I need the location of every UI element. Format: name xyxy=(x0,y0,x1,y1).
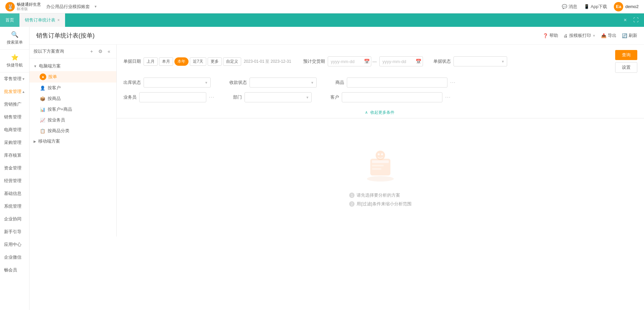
sidebar-item-wholesale[interactable]: 批发管理 ▲ xyxy=(0,85,29,98)
message-icon: 💬 xyxy=(562,4,567,9)
receipt-status-group: 收款状态 ▼ xyxy=(229,78,317,88)
tab-bar-actions: × ⛶ xyxy=(617,13,644,27)
goods-label: 商品 xyxy=(335,80,344,86)
tab-bar: 首页 销售订单统计表 × × ⛶ xyxy=(0,13,644,27)
salesperson-input[interactable] xyxy=(139,92,206,102)
sidebar-item-purchase[interactable]: 采购管理 xyxy=(0,136,29,149)
sidebar-item-operations[interactable]: 经营管理 xyxy=(0,174,29,187)
dept-select[interactable] xyxy=(245,92,312,102)
print-button[interactable]: 🖨 按模板打印 ▼ xyxy=(564,33,596,39)
wholesale-arrow-icon: ▲ xyxy=(22,90,25,94)
tab-close-window-button[interactable]: × xyxy=(621,16,629,24)
scheme-by-salesperson[interactable]: 📈 按业务员 xyxy=(30,115,116,125)
salesperson-icon: 📈 xyxy=(40,117,46,123)
message-button[interactable]: 💬 消息 xyxy=(562,4,577,10)
ship-status-select[interactable] xyxy=(144,78,211,88)
sidebar-item-corp[interactable]: 企业协同 xyxy=(0,213,29,225)
tab-fullscreen-button[interactable]: ⛶ xyxy=(632,16,640,24)
mobile-group-label: 移动端方案 xyxy=(38,138,60,144)
query-button[interactable]: 查询 xyxy=(615,50,637,60)
sidebar-item-basic[interactable]: 基础信息 xyxy=(0,187,29,200)
scheme-panel-header: 按以下方案查询 + ⚙ « xyxy=(30,45,116,58)
sidebar-item-member[interactable]: 畅会员 xyxy=(0,264,29,276)
goods-more-icon[interactable]: ··· xyxy=(450,80,455,86)
page-content: 销售订单统计表(按单) ❓ 帮助 🖨 按模板打印 ▼ 📥 导出 xyxy=(30,27,644,310)
sidebar-item-apps[interactable]: 应用中心 xyxy=(0,238,29,251)
scheme-by-category[interactable]: 📋 按商品分类 xyxy=(30,125,116,136)
sidebar-item-finance[interactable]: 资金管理 xyxy=(0,162,29,174)
expected-delivery-group: 预计交货期 📅 — 📅 xyxy=(303,56,421,66)
tab-sales-order-stats[interactable]: 销售订单统计表 × xyxy=(19,13,65,27)
app-download-button[interactable]: 📱 App下载 xyxy=(584,4,607,10)
date-btn-custom[interactable]: 自定义 xyxy=(223,57,241,66)
date-btn-this-month[interactable]: 本月 xyxy=(159,57,173,66)
scheme-add-button[interactable]: + xyxy=(88,48,95,55)
pc-group-label: 电脑端方案 xyxy=(39,63,61,69)
filter-row-1: 单据日期 上月 本月 本年 近7天 更多 自定义 2023-01-01 至 20… xyxy=(123,50,637,73)
top-bar: 🐰 畅捷通好生意 标准版 办公用品行业模拟账套 ▼ 💬 消息 📱 App下载 E… xyxy=(0,0,644,13)
date-btn-more[interactable]: 更多 xyxy=(208,57,222,66)
date-from-input[interactable] xyxy=(328,56,371,66)
collapse-bar[interactable]: ∧ 收起更多条件 xyxy=(123,107,637,118)
top-bar-left: 🐰 畅捷通好生意 标准版 办公用品行业模拟账套 ▼ xyxy=(5,2,97,11)
sidebar-item-quicknav[interactable]: ⭐ 快捷导航 xyxy=(0,50,29,72)
export-button[interactable]: 📥 导出 xyxy=(601,33,616,39)
scheme-settings-button[interactable]: ⚙ xyxy=(97,48,104,55)
retail-arrow-icon: ▼ xyxy=(22,77,25,81)
system-title-dropdown-icon[interactable]: ▼ xyxy=(94,5,97,8)
scheme-tree: ▼ 电脑端方案 ● 按单 👤 按客户 xyxy=(30,58,116,149)
scheme-by-product[interactable]: 📦 按商品 xyxy=(30,93,116,104)
help-icon: ❓ xyxy=(543,33,548,38)
user-area[interactable]: Ea demo2 xyxy=(614,2,639,11)
refresh-icon: 🔄 xyxy=(622,33,627,38)
top-bar-right: 💬 消息 📱 App下载 Ea demo2 xyxy=(562,2,639,11)
goods-group: 商品 ··· xyxy=(335,78,455,88)
sidebar-item-marketing[interactable]: 营销推广 xyxy=(0,98,29,111)
content-area: 销售订单统计表(按单) ❓ 帮助 🖨 按模板打印 ▼ 📥 导出 xyxy=(30,27,644,310)
logo-icon: 🐰 xyxy=(5,2,15,11)
salesperson-more-icon[interactable]: ··· xyxy=(209,94,214,100)
sidebar-item-newbie[interactable]: 新手引导 xyxy=(0,225,29,238)
customer-input[interactable] xyxy=(342,92,442,102)
avatar: Ea xyxy=(614,2,623,11)
scheme-by-customer-product[interactable]: 📊 按客户+商品 xyxy=(30,104,116,115)
doc-status-group: 单据状态 ▼ xyxy=(433,56,507,66)
sidebar-item-sales[interactable]: 销售管理 xyxy=(0,111,29,123)
scheme-by-order[interactable]: ● 按单 xyxy=(30,71,116,83)
empty-illustration xyxy=(360,145,400,186)
ship-status-label: 出库状态 xyxy=(123,80,141,86)
user-name: demo2 xyxy=(625,4,639,9)
sidebar-item-system[interactable]: 系统管理 xyxy=(0,200,29,213)
date-btn-7days[interactable]: 近7天 xyxy=(190,57,206,66)
sidebar-item-wechat[interactable]: 企业微信 xyxy=(0,251,29,264)
system-title: 办公用品行业模拟账套 xyxy=(46,4,90,10)
filter-row-actions: 查询 设置 xyxy=(615,50,637,73)
date-btn-last-month[interactable]: 上月 xyxy=(144,57,158,66)
date-btn-this-year[interactable]: 本年 xyxy=(174,57,189,66)
refresh-button[interactable]: 🔄 刷新 xyxy=(622,33,637,39)
doc-status-label: 单据状态 xyxy=(433,58,451,64)
goods-input[interactable] xyxy=(347,78,447,88)
receipt-status-select[interactable] xyxy=(250,78,317,88)
mobile-group-header[interactable]: ▶ 移动端方案 xyxy=(30,136,116,146)
svg-rect-2 xyxy=(372,160,389,163)
sidebar-item-inventory[interactable]: 库存核算 xyxy=(0,149,29,162)
pc-group-header[interactable]: ▼ 电脑端方案 xyxy=(30,61,116,71)
two-panel: 按以下方案查询 + ⚙ « ▼ 电脑端方案 xyxy=(30,45,644,237)
sidebar-item-retail[interactable]: 零售管理 ▼ xyxy=(0,72,29,85)
svg-point-6 xyxy=(378,153,380,155)
tab-home[interactable]: 首页 xyxy=(0,13,19,27)
doc-status-select[interactable] xyxy=(453,56,507,66)
scheme-by-customer[interactable]: 👤 按客户 xyxy=(30,83,116,93)
svg-point-7 xyxy=(381,153,383,155)
sidebar-item-ecommerce[interactable]: 电商管理 xyxy=(0,123,29,136)
customer-label: 客户 xyxy=(330,94,339,100)
dept-select-wrapper: ▼ xyxy=(245,92,312,102)
customer-more-icon[interactable]: ··· xyxy=(445,94,450,100)
sidebar-item-search[interactable]: 🔍 搜索菜单 xyxy=(0,27,29,50)
tab-close-icon[interactable]: × xyxy=(57,18,60,22)
scheme-collapse-button[interactable]: « xyxy=(106,48,112,55)
date-to-input[interactable] xyxy=(379,56,423,66)
reset-button[interactable]: 设置 xyxy=(615,62,637,73)
help-button[interactable]: ❓ 帮助 xyxy=(543,33,558,39)
